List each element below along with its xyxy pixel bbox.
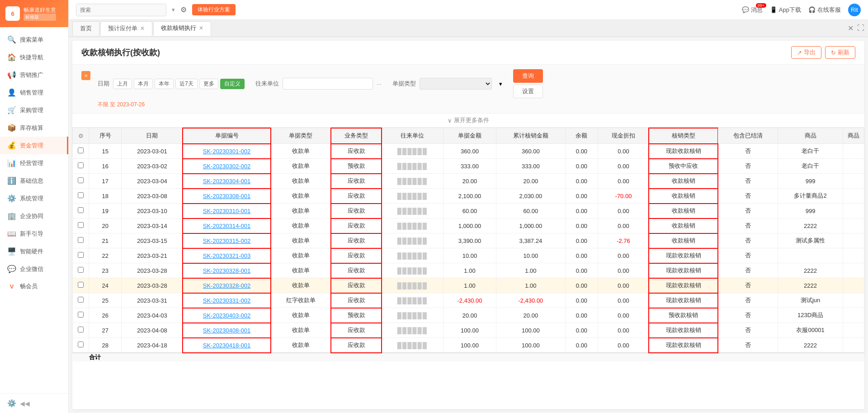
table-row[interactable]: 26 2023-04-03 SK-20230403-002 收款单 预收款 ██…	[73, 308, 864, 323]
cell-checkbox[interactable]	[73, 204, 89, 218]
sidebar-item-sales[interactable]: 👤 销售管理	[0, 84, 68, 101]
cell-checkbox[interactable]	[73, 159, 89, 174]
cell-bill-no[interactable]: SK-20230310-001	[183, 204, 271, 218]
date-btn-more[interactable]: 更多	[199, 79, 218, 89]
export-button[interactable]: ↗ 导出	[791, 46, 821, 59]
cell-checkbox[interactable]	[73, 248, 89, 263]
table-container[interactable]: ⚙ 序号 日期 单据编号 单据类型 业务类型 往来单位 单据金额 累计核销金额 …	[72, 128, 864, 409]
cell-checkbox[interactable]	[73, 278, 89, 293]
table-row[interactable]: 25 2023-03-31 SK-20230331-002 红字收款单 应收款 …	[73, 293, 864, 308]
dropdown-arrow-icon[interactable]: ▾	[172, 6, 175, 13]
close-tab-icon[interactable]: ✕	[848, 24, 854, 33]
cell-bill-no[interactable]: SK-20230331-002	[183, 293, 271, 308]
sidebar-item-enterprise[interactable]: 🏢 企业协同	[0, 207, 68, 225]
cell-bill-no[interactable]: SK-20230301-002	[183, 144, 271, 159]
table-row[interactable]: 28 2023-04-18 SK-20230418-001 收款单 应收款 ██…	[73, 338, 864, 353]
bill-no-link[interactable]: SK-20230310-001	[203, 208, 251, 214]
cell-checkbox[interactable]	[73, 174, 89, 189]
table-row[interactable]: 15 2023-03-01 SK-20230301-002 收款单 应收款 ██…	[73, 144, 864, 159]
column-settings-icon[interactable]: ⚙	[78, 133, 84, 139]
sidebar-item-member[interactable]: V 畅会员	[0, 278, 68, 295]
bill-no-link[interactable]: SK-20230418-001	[203, 342, 251, 349]
cell-checkbox[interactable]	[73, 308, 89, 323]
sidebar-item-inventory[interactable]: 📦 库存核算	[0, 119, 68, 137]
cell-bill-no[interactable]: SK-20230403-002	[183, 308, 271, 323]
tab-collection-close[interactable]: ✕	[199, 25, 203, 31]
date-btn-this-month[interactable]: 本月	[134, 79, 153, 89]
collapse-icon[interactable]: ◀◀	[20, 400, 30, 407]
bill-no-link[interactable]: SK-20230314-001	[203, 223, 251, 229]
cell-checkbox[interactable]	[73, 233, 89, 248]
sidebar-item-system[interactable]: ⚙️ 系统管理	[0, 190, 68, 207]
bill-no-link[interactable]: SK-20230315-002	[203, 237, 251, 244]
table-row[interactable]: 21 2023-03-15 SK-20230315-002 收款单 应收款 ██…	[73, 233, 864, 248]
sidebar-item-search[interactable]: 🔍 搜索菜单	[0, 31, 68, 48]
maximize-icon[interactable]: ⛶	[857, 24, 864, 33]
sidebar-item-hardware[interactable]: 🖥️ 智能硬件	[0, 242, 68, 260]
bill-no-link[interactable]: SK-20230328-002	[203, 282, 251, 289]
cell-checkbox[interactable]	[73, 338, 89, 353]
tab-home[interactable]: 首页	[72, 21, 99, 36]
date-btn-custom[interactable]: 自定义	[220, 79, 245, 89]
sidebar-item-wechat[interactable]: 💬 企业微信	[0, 260, 68, 278]
sidebar-item-finance[interactable]: 💰 资金管理	[0, 137, 68, 154]
date-btn-this-year[interactable]: 本年	[155, 79, 174, 89]
cell-bill-no[interactable]: SK-20230304-001	[183, 174, 271, 189]
table-row[interactable]: 18 2023-03-08 SK-20230308-001 收款单 应收款 ██…	[73, 189, 864, 204]
table-row[interactable]: 20 2023-03-14 SK-20230314-001 收款单 应收款 ██…	[73, 218, 864, 233]
cell-checkbox[interactable]	[73, 293, 89, 308]
cell-bill-no[interactable]: SK-20230408-001	[183, 323, 271, 338]
bill-no-link[interactable]: SK-20230403-002	[203, 312, 251, 319]
voucher-type-select[interactable]	[420, 78, 492, 90]
sidebar-item-operations[interactable]: 📊 经营管理	[0, 154, 68, 172]
online-service-item[interactable]: 🎧 在线客服	[808, 6, 841, 14]
table-row[interactable]: 17 2023-03-04 SK-20230304-001 收款单 应收款 ██…	[73, 174, 864, 189]
cell-bill-no[interactable]: SK-20230308-001	[183, 189, 271, 204]
cell-checkbox[interactable]	[73, 323, 89, 338]
cell-checkbox[interactable]	[73, 189, 89, 204]
bill-no-link[interactable]: SK-20230308-001	[203, 193, 251, 199]
partner-input[interactable]	[283, 78, 373, 90]
date-btn-7days[interactable]: 近7天	[175, 79, 198, 89]
settings-icon[interactable]: ⚙️	[7, 399, 16, 408]
table-row[interactable]: 22 2023-03-21 SK-20230321-003 收款单 应收款 ██…	[73, 248, 864, 263]
bill-no-link[interactable]: SK-20230302-002	[203, 163, 251, 170]
query-button[interactable]: 查询	[513, 69, 543, 83]
tab-collection[interactable]: 收款核销执行 ✕	[153, 21, 211, 36]
bill-no-link[interactable]: SK-20230408-001	[203, 327, 251, 334]
sidebar-item-purchase[interactable]: 🛒 采购管理	[0, 101, 68, 119]
sidebar-item-guide[interactable]: 📖 新手引导	[0, 225, 68, 242]
app-download-item[interactable]: 📱 App下载	[770, 6, 801, 14]
sidebar-item-marketing[interactable]: 📢 营销推广	[0, 66, 68, 84]
table-row[interactable]: 16 2023-03-02 SK-20230302-002 收款单 预收款 ██…	[73, 159, 864, 174]
cell-bill-no[interactable]: SK-20230328-002	[183, 278, 271, 293]
table-row[interactable]: 23 2023-03-28 SK-20230328-001 收款单 应收款 ██…	[73, 263, 864, 278]
cell-checkbox[interactable]	[73, 144, 89, 159]
setting-button[interactable]: 设置	[513, 85, 543, 98]
tab-advance-close[interactable]: ✕	[140, 25, 145, 32]
cell-bill-no[interactable]: SK-20230321-003	[183, 248, 271, 263]
bill-no-link[interactable]: SK-20230301-002	[203, 148, 251, 155]
messages-item[interactable]: 💬 消息 99+	[742, 6, 763, 14]
expand-more-button[interactable]: ∨ 展开更多条件	[448, 116, 489, 124]
table-row[interactable]: 24 2023-03-28 SK-20230328-002 收款单 应收款 ██…	[73, 278, 864, 293]
cell-bill-no[interactable]: SK-20230302-002	[183, 159, 271, 174]
cell-bill-no[interactable]: SK-20230418-001	[183, 338, 271, 353]
cell-bill-no[interactable]: SK-20230315-002	[183, 233, 271, 248]
gear-icon[interactable]: ⚙	[180, 5, 187, 14]
table-row[interactable]: 19 2023-03-10 SK-20230310-001 收款单 应收款 ██…	[73, 204, 864, 218]
cell-checkbox[interactable]	[73, 218, 89, 233]
user-avatar[interactable]: Rit	[848, 4, 861, 16]
refresh-button[interactable]: ↻ 刷新	[825, 46, 855, 59]
cell-bill-no[interactable]: SK-20230328-001	[183, 263, 271, 278]
cell-bill-no[interactable]: SK-20230314-001	[183, 218, 271, 233]
bill-no-link[interactable]: SK-20230321-003	[203, 252, 251, 259]
col-gear[interactable]: ⚙	[73, 128, 89, 144]
date-btn-last-month[interactable]: 上月	[113, 79, 132, 89]
sidebar-item-basic-info[interactable]: ℹ️ 基础信息	[0, 172, 68, 190]
bill-no-link[interactable]: SK-20230328-001	[203, 267, 251, 274]
bill-no-link[interactable]: SK-20230331-002	[203, 297, 251, 304]
filter-toggle-button[interactable]: »	[81, 71, 90, 80]
bill-no-link[interactable]: SK-20230304-001	[203, 178, 251, 185]
solution-button[interactable]: 体验行业方案	[192, 4, 236, 15]
